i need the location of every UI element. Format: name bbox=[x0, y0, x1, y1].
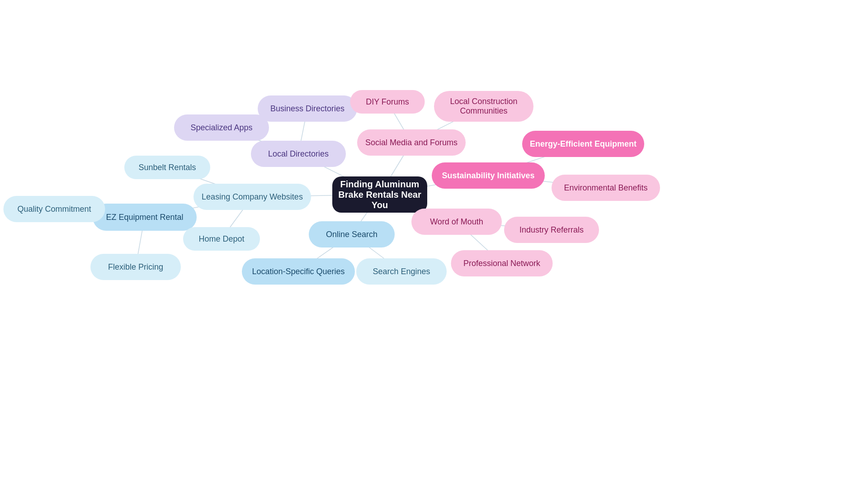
node-business-directories: Business Directories bbox=[258, 95, 357, 122]
node-word-of-mouth: Word of Mouth bbox=[411, 209, 502, 235]
node-energy-efficient: Energy-Efficient Equipment bbox=[522, 131, 644, 157]
node-home-depot: Home Depot bbox=[183, 227, 260, 251]
node-location-queries: Location-Specific Queries bbox=[242, 258, 355, 285]
node-diy-forums: DIY Forums bbox=[350, 90, 425, 114]
node-leasing-company: Leasing Company Websites bbox=[193, 184, 311, 210]
mindmap-container: Finding Aluminum Brake Rentals Near YouL… bbox=[0, 0, 868, 490]
node-local-construction: Local Construction Communities bbox=[434, 91, 533, 122]
center-node: Finding Aluminum Brake Rentals Near You bbox=[332, 176, 427, 213]
node-industry-referrals: Industry Referrals bbox=[504, 217, 599, 243]
node-search-engines: Search Engines bbox=[356, 258, 447, 285]
node-sunbelt-rentals: Sunbelt Rentals bbox=[124, 156, 210, 179]
node-specialized-apps: Specialized Apps bbox=[174, 114, 269, 141]
node-quality-commitment: Quality Commitment bbox=[4, 196, 105, 222]
node-sustainability: Sustainability Initiatives bbox=[432, 162, 545, 189]
node-local-directories: Local Directories bbox=[251, 141, 346, 167]
node-professional-network: Professional Network bbox=[451, 250, 553, 276]
connections-svg bbox=[0, 0, 868, 490]
node-environmental: Environmental Benefits bbox=[552, 175, 660, 201]
node-flexible-pricing: Flexible Pricing bbox=[90, 254, 181, 280]
node-social-media: Social Media and Forums bbox=[357, 129, 466, 156]
node-ez-equipment: EZ Equipment Rental bbox=[93, 204, 197, 231]
node-online-search: Online Search bbox=[309, 221, 395, 247]
